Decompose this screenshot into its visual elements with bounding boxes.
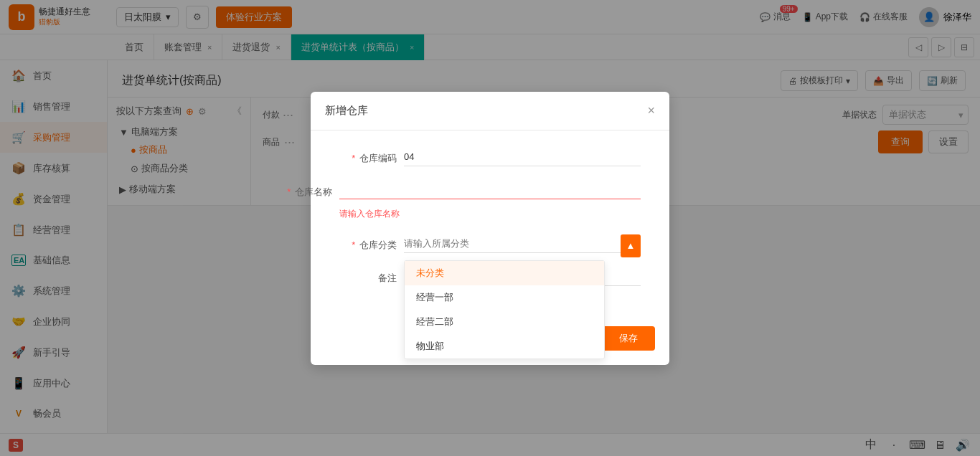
warehouse-name-error: 请输入仓库名称 <box>339 208 400 220</box>
category-input[interactable] <box>404 234 641 253</box>
warehouse-name-label: * 仓库名称 <box>275 181 332 199</box>
warehouse-modal: 新增仓库 × * 仓库编码 * 仓库名称 <box>311 92 669 365</box>
option-ops2[interactable]: 经营二部 <box>405 310 604 334</box>
warehouse-code-input[interactable] <box>404 148 641 166</box>
category-field-wrap: ▲ 未分类 经营一部 经营二部 物业部 <box>404 234 641 253</box>
save-button[interactable]: 保存 <box>602 326 655 351</box>
warehouse-name-wrap <box>339 181 641 199</box>
warehouse-code-label: * 仓库编码 <box>339 148 397 165</box>
notes-label: 备注 <box>339 267 397 285</box>
dropdown-toggle-button[interactable]: ▲ <box>621 234 641 257</box>
warehouse-name-field: * 仓库名称 <box>339 181 641 199</box>
warehouse-code-row: * 仓库编码 <box>339 148 641 166</box>
warehouse-name-row: * 仓库名称 请输入仓库名称 <box>339 181 641 220</box>
option-uncategorized[interactable]: 未分类 <box>405 261 604 285</box>
warehouse-name-input[interactable] <box>339 181 641 199</box>
modal-header: 新增仓库 × <box>311 92 669 130</box>
modal-title: 新增仓库 <box>325 104 368 118</box>
warehouse-category-label: * 仓库分类 <box>339 234 397 252</box>
option-ops1[interactable]: 经营一部 <box>405 285 604 310</box>
modal-body: * 仓库编码 * 仓库名称 请输入仓库名称 <box>311 130 669 318</box>
warehouse-category-row: * 仓库分类 ▲ 未分类 经营一部 <box>339 234 641 253</box>
chevron-up-icon: ▲ <box>626 240 636 251</box>
category-dropdown: 未分类 经营一部 经营二部 物业部 <box>404 260 605 359</box>
option-property[interactable]: 物业部 <box>405 334 604 358</box>
modal-overlay[interactable]: 新增仓库 × * 仓库编码 * 仓库名称 <box>0 0 980 456</box>
modal-close-button[interactable]: × <box>647 103 655 118</box>
